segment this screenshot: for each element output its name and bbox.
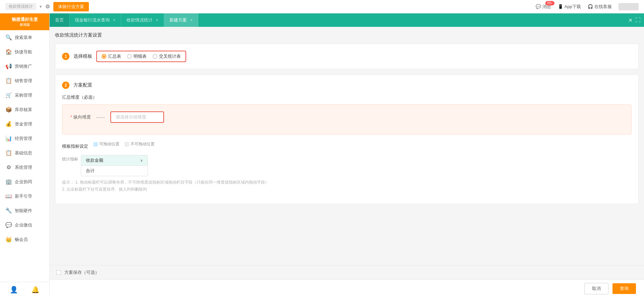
trial-button[interactable]: 体验行业方案 bbox=[53, 2, 89, 11]
tab-bank-flow-close[interactable]: × bbox=[113, 18, 115, 22]
draggable-legend: 可拖动位置 不可拖动位置 bbox=[94, 141, 155, 147]
hardware-icon: 🔧 bbox=[5, 207, 12, 214]
dimension-row: * 纵向维度 —— 请选择分组维度 bbox=[70, 111, 623, 123]
purchase-icon: 🛒 bbox=[5, 92, 12, 98]
page-title: 收款情况统计方案设置 bbox=[55, 32, 639, 38]
dimension-area: * 纵向维度 —— 请选择分组维度 bbox=[62, 104, 632, 135]
metrics-title: 模板指标设定 bbox=[62, 143, 88, 149]
sidebar-item-management[interactable]: 📊 经营管理 bbox=[0, 131, 49, 146]
hint-line-2: 2. 点击标题栏下拉可设置排序、插入列和删除列 bbox=[62, 187, 632, 192]
hint-line-1: 提示： 1. 拖动标题栏可以调整布局，不可跨维度或指标区域拖动栏目字段（只能在同… bbox=[62, 180, 632, 185]
sidebar-item-search[interactable]: 🔍 搜索菜单 bbox=[0, 30, 49, 45]
dim-asterisk: * bbox=[70, 114, 73, 119]
save-label: 方案保存（可选） bbox=[64, 269, 99, 276]
gear-icon[interactable]: ⚙ bbox=[45, 3, 50, 10]
support-icon: 🎧 bbox=[588, 4, 593, 9]
dim-placeholder-select[interactable]: 请选择分组维度 bbox=[110, 111, 164, 123]
metrics-table-area: 统计指标 收款金额 ∨ 合计 bbox=[62, 155, 632, 176]
metrics-total-value: 合计 bbox=[86, 168, 95, 173]
save-checkbox[interactable] bbox=[56, 270, 61, 275]
sidebar-label-purchase: 采购管理 bbox=[15, 92, 32, 98]
step2-label: 方案配置 bbox=[73, 82, 92, 88]
header-right: 💬 消息 99+ 📱 App下载 🎧 在线客服 bbox=[536, 3, 639, 10]
tab-close-btn[interactable]: ✕ bbox=[628, 17, 633, 23]
tab-home[interactable]: 首页 bbox=[50, 13, 69, 27]
step1-row: 1 选择模板 汇总表 明细表 交叉统计表 bbox=[62, 51, 632, 62]
tab-bar-actions: ✕ ⛶ bbox=[628, 17, 644, 23]
step2-badge: 2 bbox=[62, 82, 69, 89]
sidebar-item-marketing[interactable]: 📢 营销推广 bbox=[0, 59, 49, 73]
tab-bank-flow[interactable]: 现金银行流水查询 × bbox=[69, 13, 121, 27]
header-left: 收款情况统计 ▾ ⚙ 体验行业方案 bbox=[5, 2, 89, 11]
radio-detail[interactable]: 明细表 bbox=[127, 53, 147, 59]
support-label: 在线客服 bbox=[594, 4, 612, 10]
sidebar-item-basics[interactable]: 📋 基础信息 bbox=[0, 146, 49, 160]
template-selection-box: 汇总表 明细表 交叉统计表 bbox=[96, 51, 186, 62]
radio-summary[interactable]: 汇总表 bbox=[102, 53, 121, 59]
sidebar-item-system[interactable]: ⚙ 系统管理 bbox=[0, 160, 49, 175]
system-icon: ⚙ bbox=[5, 164, 12, 170]
sidebar-item-wecom[interactable]: 💬 企业微信 bbox=[0, 218, 49, 232]
sidebar-item-guide[interactable]: 📖 新手引导 bbox=[0, 189, 49, 203]
tab-receipts-close[interactable]: × bbox=[156, 18, 158, 22]
download-item[interactable]: 📱 App下载 bbox=[558, 4, 581, 10]
logo-text: 畅捷通好生意 bbox=[12, 16, 38, 22]
sidebar-item-hardware[interactable]: 🔧 智能硬件 bbox=[0, 203, 49, 218]
tab-new-plan[interactable]: 新建方案 × bbox=[164, 13, 198, 27]
tab-home-label: 首页 bbox=[55, 17, 64, 23]
hint-section: 提示： 1. 拖动标题栏可以调整布局，不可跨维度或指标区域拖动栏目字段（只能在同… bbox=[62, 176, 632, 197]
sidebar-label-guide: 新手引导 bbox=[15, 193, 32, 199]
sidebar-label-finance: 资金管理 bbox=[15, 121, 32, 127]
sidebar-item-nav[interactable]: 🏠 快捷导航 bbox=[0, 45, 49, 59]
user-avatar[interactable] bbox=[619, 3, 639, 10]
sidebar-notification-icon[interactable]: 🔔 bbox=[31, 286, 40, 294]
sidebar-item-enterprise[interactable]: 🏢 企业协同 bbox=[0, 175, 49, 189]
legend-fixed-label: 不可拖动位置 bbox=[130, 141, 155, 147]
logo-sub: 标准版 bbox=[12, 22, 38, 27]
sidebar-label-wecom: 企业微信 bbox=[15, 222, 32, 228]
query-button[interactable]: 查询 bbox=[612, 283, 636, 294]
dim-placeholder-text: 请选择分组维度 bbox=[116, 114, 146, 119]
sidebar-item-sales[interactable]: 📋 销售管理 bbox=[0, 73, 49, 88]
radio-cross-dot bbox=[153, 54, 157, 59]
sidebar-nav: 🔍 搜索菜单 🏠 快捷导航 📢 营销推广 📋 销售管理 🛒 采购管理 📦 bbox=[0, 30, 49, 282]
tab-receipts[interactable]: 收款情况统计 × bbox=[121, 13, 164, 27]
sidebar-label-inventory: 库存核算 bbox=[15, 107, 32, 113]
basics-icon: 📋 bbox=[5, 150, 12, 156]
legend-draggable-label: 可拖动位置 bbox=[99, 141, 119, 147]
search-icon: 🔍 bbox=[5, 34, 12, 41]
sidebar-item-inventory[interactable]: 📦 库存核算 bbox=[0, 102, 49, 117]
sidebar-item-member[interactable]: 👑 畅会员 bbox=[0, 232, 49, 247]
header-dropdown-icon[interactable]: ▾ bbox=[40, 4, 42, 9]
page-footer: 方案保存（可选） bbox=[50, 265, 644, 280]
notification-item[interactable]: 💬 消息 99+ bbox=[536, 4, 551, 10]
sidebar-item-purchase[interactable]: 🛒 采购管理 bbox=[0, 88, 49, 102]
legend-fixed: 不可拖动位置 bbox=[125, 141, 155, 147]
support-item[interactable]: 🎧 在线客服 bbox=[588, 4, 612, 10]
radio-cross[interactable]: 交叉统计表 bbox=[153, 53, 181, 59]
sidebar-item-finance[interactable]: 💰 资金管理 bbox=[0, 117, 49, 131]
step2-card: 2 方案配置 汇总维度（必选） * 纵向维度 —— 请选择分组维度 bbox=[55, 75, 639, 204]
layout: 畅捷通好生意 标准版 🔍 搜索菜单 🏠 快捷导航 📢 营销推广 📋 销售管理 bbox=[0, 13, 644, 297]
sidebar-logo: 畅捷通好生意 标准版 bbox=[0, 13, 49, 30]
tab-new-plan-close[interactable]: × bbox=[190, 18, 193, 22]
metrics-col-header[interactable]: 收款金额 ∨ bbox=[81, 155, 148, 166]
wecom-icon: 💬 bbox=[5, 222, 12, 228]
main-content: 首页 现金银行流水查询 × 收款情况统计 × 新建方案 × ✕ ⛶ 收款情况统计… bbox=[50, 13, 644, 297]
sidebar-label-system: 系统管理 bbox=[15, 164, 32, 170]
sidebar: 畅捷通好生意 标准版 🔍 搜索菜单 🏠 快捷导航 📢 营销推广 📋 销售管理 bbox=[0, 13, 50, 297]
radio-summary-label: 汇总表 bbox=[108, 53, 121, 59]
tab-expand-btn[interactable]: ⛶ bbox=[635, 17, 641, 23]
download-icon: 📱 bbox=[558, 4, 563, 9]
sidebar-label-search: 搜索菜单 bbox=[15, 35, 32, 41]
top-header: 收款情况统计 ▾ ⚙ 体验行业方案 💬 消息 99+ 📱 App下载 🎧 在线客… bbox=[0, 0, 644, 13]
sidebar-bottom: 👤 🔔 bbox=[0, 282, 49, 297]
sidebar-label-hardware: 智能硬件 bbox=[15, 208, 32, 214]
sidebar-user-icon[interactable]: 👤 bbox=[10, 286, 18, 294]
dim-required-label: * 纵向维度 bbox=[70, 114, 91, 120]
cancel-button[interactable]: 取消 bbox=[584, 283, 608, 294]
finance-icon: 💰 bbox=[5, 121, 12, 127]
radio-summary-dot bbox=[102, 54, 106, 59]
inventory-icon: 📦 bbox=[5, 106, 12, 113]
marketing-icon: 📢 bbox=[5, 63, 12, 69]
